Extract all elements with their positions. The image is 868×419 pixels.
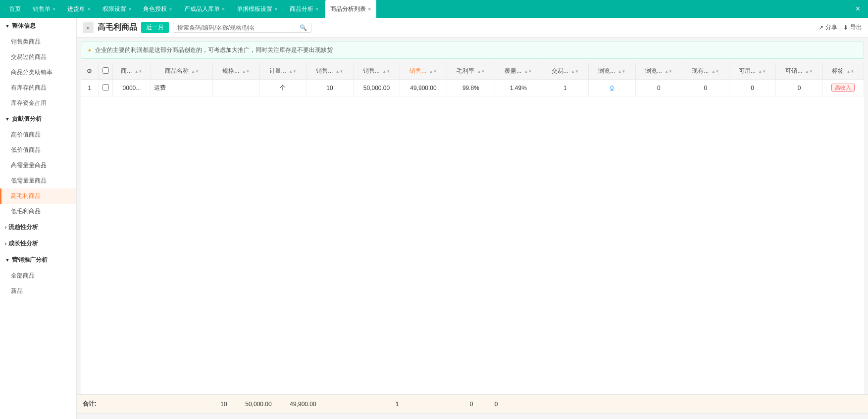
cell-gross-rate: 99.8%	[447, 80, 495, 96]
table-header-row: ⚙ 商... ▲▼ 商品名称 ▲▼ 规格...	[81, 63, 864, 80]
cell-browse2: 0	[635, 80, 682, 96]
col-available[interactable]: 可用... ▲▼	[729, 63, 776, 80]
search-icon[interactable]: 🔍	[300, 24, 307, 31]
nav-sales[interactable]: 销售单 ×	[28, 0, 60, 18]
select-all-checkbox[interactable]	[102, 67, 109, 74]
nav-permission[interactable]: 权限设置 ×	[98, 0, 136, 18]
col-sales1[interactable]: 销售... ▲▼	[306, 63, 354, 80]
info-icon: ✦	[87, 47, 92, 54]
cell-code: 0000...	[112, 80, 151, 96]
footer-sales1-val: 10	[211, 401, 236, 408]
footer-transaction: 1	[385, 401, 409, 408]
table-row: 1 0000... 运费 个 10 50,000.00 49,900.00 99…	[81, 80, 864, 96]
sidebar-item-high-margin[interactable]: 高毛利商品	[0, 188, 76, 204]
nav-role[interactable]: 角色授权 ×	[138, 0, 177, 18]
col-sales3[interactable]: 销售... ▲▼	[400, 63, 447, 80]
col-unit[interactable]: 计量... ▲▼	[259, 63, 306, 80]
close-purchase-tab[interactable]: ×	[87, 6, 90, 12]
sidebar-item-high-demand[interactable]: 高需量量商品	[0, 158, 76, 173]
nav-goods-analysis[interactable]: 商品分析 ×	[285, 0, 323, 18]
col-browse2[interactable]: 浏览... ▲▼	[635, 63, 682, 80]
cell-browse1[interactable]: 0	[589, 80, 636, 96]
sidebar-item-stock-capital[interactable]: 库存资金占用	[0, 95, 76, 111]
cell-unit: 个	[259, 80, 306, 96]
sidebar-item-high-value[interactable]: 高价值商品	[0, 127, 76, 142]
footer-total: 合计: 10 50,000.00 49,900.00 1 0 0	[77, 394, 868, 413]
search-box: 🔍	[173, 23, 311, 33]
nav-goods-analysis-list[interactable]: 商品分析列表 ×	[325, 0, 376, 18]
footer-sales3: 49,900.00	[281, 401, 325, 408]
nav-template[interactable]: 单据模板设置 ×	[232, 0, 282, 18]
close-goods-analysis-tab[interactable]: ×	[315, 6, 318, 12]
close-all-tabs[interactable]: ×	[852, 4, 864, 13]
footer-coverage	[355, 401, 385, 408]
close-permission-tab[interactable]: ×	[128, 6, 131, 12]
sidebar-item-sales-goods[interactable]: 销售类商品	[0, 34, 76, 49]
cell-coverage: 1.49%	[495, 80, 542, 96]
row-checkbox[interactable]	[102, 84, 109, 91]
cell-current: 0	[682, 80, 729, 96]
close-role-tab[interactable]: ×	[169, 6, 172, 12]
sidebar-group-contribution[interactable]: ▼ 贡献值分析	[0, 111, 76, 127]
collapse-sidebar-button[interactable]: «	[83, 22, 94, 33]
footer-cells: 10 50,000.00 49,900.00 1 0 0	[172, 401, 862, 408]
col-spec[interactable]: 规格... ▲▼	[213, 63, 260, 80]
close-template-tab[interactable]: ×	[274, 6, 277, 12]
sidebar-item-traded-goods[interactable]: 交易过的商品	[0, 49, 76, 65]
footer-current: 0	[459, 401, 484, 408]
cell-index: 1	[81, 80, 99, 96]
horizontal-scrollbar[interactable]	[77, 413, 868, 419]
cell-transaction: 1	[542, 80, 589, 96]
sidebar-item-low-value[interactable]: 低价值商品	[0, 142, 76, 158]
sidebar-item-low-margin[interactable]: 低毛利商品	[0, 204, 76, 219]
footer-label: 合计:	[83, 400, 172, 408]
col-coverage[interactable]: 覆盖... ▲▼	[495, 63, 542, 80]
col-transaction[interactable]: 交易... ▲▼	[542, 63, 589, 80]
chevron-right-icon-2: ›	[5, 241, 6, 246]
sidebar-group-marketing[interactable]: ▼ 营销推广分析	[0, 252, 76, 268]
col-settings[interactable]: ⚙	[81, 63, 99, 80]
cell-sales3: 49,900.00	[400, 80, 447, 96]
nav-home[interactable]: 首页	[4, 0, 26, 18]
export-button[interactable]: ⬇ 导出	[843, 23, 862, 32]
content-header: « 高毛利商品 近一月 🔍 ↗ 分享 ⬇ 导出	[77, 18, 868, 38]
col-sales2[interactable]: 销售... ▲▼	[353, 63, 400, 80]
chevron-down-icon-3: ▼	[5, 257, 10, 263]
sidebar-group-growth[interactable]: › 成长性分析	[0, 235, 76, 252]
sidebar-group-flow[interactable]: › 流趋性分析	[0, 219, 76, 235]
col-current[interactable]: 现有... ▲▼	[682, 63, 729, 80]
close-goods-analysis-list-tab[interactable]: ×	[368, 6, 371, 12]
col-sellable[interactable]: 可销... ▲▼	[776, 63, 823, 80]
sidebar-group-overall[interactable]: ▼ 整体信息	[0, 18, 76, 34]
time-filter-button[interactable]: 近一月	[141, 22, 169, 33]
cell-checkbox[interactable]	[99, 80, 112, 96]
col-browse1[interactable]: 浏览... ▲▼	[589, 63, 636, 80]
nav-purchase[interactable]: 进货单 ×	[62, 0, 95, 18]
top-nav: 首页 销售单 × 进货单 × 权限设置 × 角色授权 × 产成品入库单 × 单据…	[0, 0, 868, 18]
col-gross-rate[interactable]: 毛利率 ▲▼	[447, 63, 495, 80]
cell-sales2: 50,000.00	[353, 80, 400, 96]
cell-spec	[213, 80, 260, 96]
sidebar-item-stock-goods[interactable]: 有库存的商品	[0, 80, 76, 95]
sidebar-item-all-goods[interactable]: 全部商品	[0, 268, 76, 283]
nav-product-stock[interactable]: 产成品入库单 ×	[179, 0, 230, 18]
sidebar-group-overall-items: 销售类商品 交易过的商品 商品分类助销率 有库存的商品 库存资金占用	[0, 34, 76, 111]
header-actions: ↗ 分享 ⬇ 导出	[818, 23, 862, 32]
sidebar-item-category-rate[interactable]: 商品分类助销率	[0, 65, 76, 80]
data-table: ⚙ 商... ▲▼ 商品名称 ▲▼ 规格...	[81, 63, 864, 96]
col-code[interactable]: 商... ▲▼	[112, 63, 151, 80]
sidebar-item-low-demand[interactable]: 低需量量商品	[0, 173, 76, 188]
search-input[interactable]	[177, 24, 300, 31]
sidebar-group-marketing-items: 全部商品 新品	[0, 268, 76, 299]
sidebar-item-new-goods[interactable]: 新品	[0, 283, 76, 299]
info-text: 企业的主要的利润都是这部分商品创造的，可考虑加大推广，同时关注库存是不要出现缺货	[95, 46, 333, 54]
close-sales-tab[interactable]: ×	[52, 6, 55, 12]
footer-browse1	[409, 401, 434, 408]
col-tag[interactable]: 标签 ▲▼	[822, 63, 864, 80]
cell-name: 运费	[151, 80, 213, 96]
footer-gross-rate	[325, 401, 355, 408]
share-button[interactable]: ↗ 分享	[818, 23, 837, 32]
chevron-down-icon-2: ▼	[5, 116, 10, 122]
col-name[interactable]: 商品名称 ▲▼	[151, 63, 213, 80]
close-product-stock-tab[interactable]: ×	[222, 6, 225, 12]
